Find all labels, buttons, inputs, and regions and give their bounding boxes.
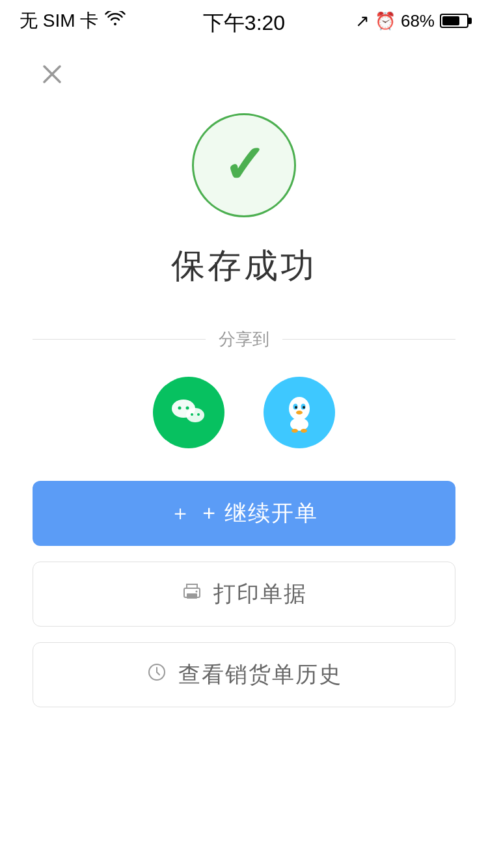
battery-percent: 68% [401, 11, 435, 31]
history-icon [146, 661, 168, 688]
svg-point-11 [295, 406, 297, 409]
no-sim-label: 无 SIM 卡 [20, 8, 98, 33]
status-bar: 无 SIM 卡 下午3:20 ↗ ⏰ 68% [0, 0, 488, 42]
plus-icon: ＋ [170, 499, 192, 528]
location-icon: ↗ [355, 11, 370, 31]
svg-rect-18 [187, 593, 197, 599]
status-left: 无 SIM 卡 [20, 8, 126, 33]
close-button[interactable] [33, 55, 72, 94]
status-time: 下午3:20 [203, 9, 285, 38]
svg-point-14 [290, 418, 308, 431]
print-icon [181, 580, 203, 608]
battery-icon [440, 14, 468, 28]
svg-point-8 [289, 397, 310, 420]
svg-point-19 [196, 591, 198, 593]
svg-point-15 [291, 429, 298, 433]
continue-label: + 继续开单 [202, 498, 318, 528]
wifi-icon [105, 10, 126, 31]
share-label: 分享到 [206, 328, 282, 351]
svg-point-3 [186, 408, 204, 422]
svg-point-13 [296, 411, 303, 414]
share-icons [33, 377, 455, 448]
history-button[interactable]: 查看销货单历史 [33, 642, 455, 707]
success-area: ✓ 保存成功 [33, 113, 455, 289]
svg-point-4 [178, 407, 182, 410]
share-divider: 分享到 [33, 328, 455, 351]
success-title: 保存成功 [171, 243, 317, 289]
svg-point-16 [301, 429, 307, 433]
alarm-icon: ⏰ [375, 11, 396, 31]
svg-point-5 [186, 407, 189, 410]
wechat-share-button[interactable] [153, 377, 224, 448]
print-label: 打印单据 [213, 579, 307, 609]
print-button[interactable]: 打印单据 [33, 562, 455, 627]
main-content: ✓ 保存成功 分享到 [0, 42, 488, 733]
checkmark-icon: ✓ [223, 139, 266, 191]
success-circle: ✓ [192, 113, 296, 217]
status-right: ↗ ⏰ 68% [355, 11, 468, 31]
continue-button[interactable]: ＋ + 继续开单 [33, 481, 455, 546]
qq-share-button[interactable] [264, 377, 335, 448]
svg-point-12 [303, 406, 305, 409]
svg-point-7 [197, 413, 200, 416]
share-section: 分享到 [33, 328, 455, 448]
action-buttons: ＋ + 继续开单 打印单据 查看销货单历史 [33, 481, 455, 707]
history-label: 查看销货单历史 [178, 660, 342, 690]
svg-point-6 [191, 413, 193, 416]
